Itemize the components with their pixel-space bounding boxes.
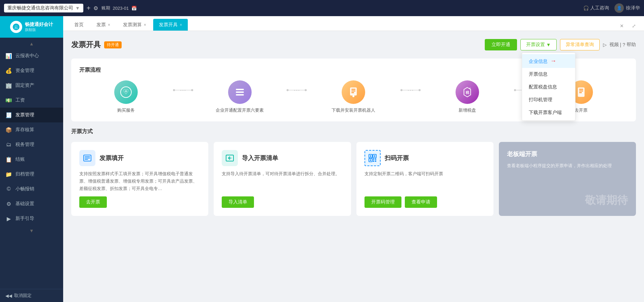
company-name: 重庆畅捷交通信息咨询有限公司 [7,5,73,11]
headset-icon: 🎧 [583,5,589,11]
calendar-icon[interactable]: 📅 [131,6,137,11]
methods-section: 开票方式 发票填开 支持按照发票样式手工填开发票；可开具增值税电子普通发票、增值… [71,128,636,216]
status-badge: 待开通 [104,41,122,48]
page-header: 发票开具 待开通 立即开通 开票设置 ▼ 异常清单查询 ▷ 视频 | [71,39,636,50]
svg-rect-34 [375,160,376,162]
settings-dropdown-menu: 企业信息 → 开票信息 配置税盘信息 打印机管理 下 [522,52,575,121]
activate-button[interactable]: 立即开通 [485,39,517,50]
sidebar-item-label: 固定资产 [15,82,34,88]
top-bar-left: 重庆畅捷交通信息咨询有限公司 ▼ + ⚙ 账期 2023-01 📅 [4,4,137,12]
settings-button[interactable]: 开票设置 ▼ [520,39,557,50]
page-title: 发票开具 [71,40,101,50]
sidebar-item-salary[interactable]: 💵 工资 [0,93,63,108]
sidebar-item-label: 小畅报销 [15,186,34,192]
top-bar-right: 🎧 人工咨询 👤 徐泽华 [583,3,640,13]
method-card-import-header: 导入开票清单 [222,150,343,166]
guide-icon: ▶ [5,215,12,222]
tab-invoice-issue[interactable]: 发票开具 × [153,19,188,31]
dropdown-item-download-client[interactable]: 下载开票客户端 [522,106,575,119]
svg-rect-9 [351,89,355,90]
qr-desc: 支持定制开票二维码，客户端可扫码开票 [364,170,485,192]
user-name: 徐泽华 [626,5,640,11]
user-info: 👤 徐泽华 [614,3,640,13]
tab-bar-actions: ✕ ⤢ [617,21,639,31]
sidebar-item-label: 归档管理 [15,171,34,177]
consult-button[interactable]: 🎧 人工咨询 [583,5,609,11]
svg-rect-21 [85,156,90,157]
cancel-fixed-button[interactable]: ◀◀ 取消固定 [0,289,63,302]
tab-maximize-button[interactable]: ⤢ [629,21,639,31]
svg-rect-7 [236,94,244,96]
go-invoice-button[interactable]: 去开票 [79,196,107,208]
help-icon: ? [622,42,625,47]
tab-invoice-calc[interactable]: 发票测算 × [117,19,152,31]
step-icon-3 [342,80,365,104]
sidebar-item-invoice-management[interactable]: 🧾 发票管理 [0,108,63,122]
scroll-up-arrow[interactable]: ▲ [0,39,63,48]
add-button[interactable]: + [87,4,91,12]
tab-invoice[interactable]: 发票 × [91,19,116,31]
play-icon[interactable]: ▷ [603,42,607,47]
page-actions: 立即开通 开票设置 ▼ 异常清单查询 ▷ 视频 | ? 帮助 [485,39,636,50]
sidebar-item-fixed-assets[interactable]: 🏢 固定资产 [0,78,63,93]
page-title-area: 发票开具 待开通 [71,40,122,50]
qr-footer: 开票码管理 查看申请 [364,196,485,208]
step-icon-1: ♡+ [114,80,138,104]
sidebar-item-archive[interactable]: 📁 归档管理 [0,167,63,182]
sidebar-item-label: 资金管理 [15,68,34,74]
tax-icon: 🗂 [5,141,12,148]
tab-close-invoice[interactable]: × [108,23,110,27]
sidebar: 云 畅捷通好会计 旗舰版 ▲ 📊 云报表中心 💰 资金管理 🏢 固定资产 [0,16,63,302]
video-help-area: ▷ 视频 | ? 帮助 [603,42,636,48]
overlay-text: 敬请期待 [585,193,628,208]
connector-1: • • • [173,90,193,90]
sidebar-item-tax[interactable]: 🗂 税务管理 [0,137,63,152]
methods-section-title: 开票方式 [71,128,636,135]
settings-icon[interactable]: ⚙ [93,5,98,11]
qr-manage-button[interactable]: 开票码管理 [364,196,401,208]
dropdown-item-invoice-info[interactable]: 开票信息 [522,68,575,81]
import-desc: 支持导入待开票清单，可对待开票清单进行拆分、合并处理。 [222,170,343,192]
abnormal-list-button[interactable]: 异常清单查询 [560,39,600,50]
sidebar-item-reimbursement[interactable]: © 小畅报销 [0,182,63,196]
tab-home[interactable]: 首页 [69,19,89,31]
sidebar-item-label: 结账 [15,156,25,162]
method-card-boss: 老板端开票 查看老板端小程序提交的开票申请，并作出相应的处理 敬请期待 [499,142,636,216]
checkout-icon: 📋 [5,156,12,163]
cancel-fixed-label: 取消固定 [14,293,32,299]
scroll-down-arrow[interactable]: ▼ [0,226,63,235]
tab-close-all-button[interactable]: ✕ [617,21,627,31]
sidebar-item-checkout[interactable]: 📋 结账 [0,152,63,167]
content-area: 首页 发票 × 发票测算 × 发票开具 × ✕ ⤢ [63,16,644,302]
step-label-4: 新增税盘 [459,107,476,113]
svg-rect-19 [579,92,582,93]
top-bar: 重庆畅捷交通信息咨询有限公司 ▼ + ⚙ 账期 2023-01 📅 🎧 人工咨询… [0,0,644,16]
basic-settings-icon: ⚙ [5,200,12,207]
sidebar-item-cloud-reports[interactable]: 📊 云报表中心 [0,48,63,63]
svg-rect-30 [370,159,371,161]
view-apply-button[interactable]: 查看申请 [405,196,437,208]
fill-icon [79,150,95,166]
step-label-2: 企业开通配置开票六要素 [216,107,264,113]
dropdown-item-company-info[interactable]: 企业信息 → [522,54,575,68]
step-label-3: 下载并安装开票机器人 [332,107,375,113]
dropdown-item-printer-management[interactable]: 打印机管理 [522,93,575,106]
method-card-boss-header: 老板端开票 [507,150,628,158]
fixed-assets-icon: 🏢 [5,82,12,89]
sidebar-item-guide[interactable]: ▶ 新手引导 [0,211,63,226]
connector-2: • • • [287,90,307,90]
svg-rect-33 [373,160,374,162]
sidebar-item-label: 税务管理 [15,142,34,148]
sidebar-item-funds[interactable]: 💰 资金管理 [0,63,63,78]
main-layout: 云 畅捷通好会计 旗舰版 ▲ 📊 云报表中心 💰 资金管理 🏢 固定资产 [0,16,644,302]
company-selector[interactable]: 重庆畅捷交通信息咨询有限公司 ▼ [4,4,83,12]
sidebar-item-inventory[interactable]: 📦 库存核算 [0,122,63,137]
method-card-fill: 发票填开 支持按照发票样式手工填开发票；可开具增值税电子普通发票、增值税普通发票… [71,142,208,216]
sidebar-item-basic-settings[interactable]: ⚙ 基础设置 [0,196,63,211]
dropdown-item-tax-disk-config[interactable]: 配置税盘信息 [522,81,575,93]
tab-close-invoice-issue[interactable]: × [180,23,182,27]
import-list-button[interactable]: 导入清单 [222,196,254,208]
svg-rect-5 [236,89,244,90]
tab-close-invoice-calc[interactable]: × [144,23,146,27]
reimbursement-icon: © [5,186,12,192]
